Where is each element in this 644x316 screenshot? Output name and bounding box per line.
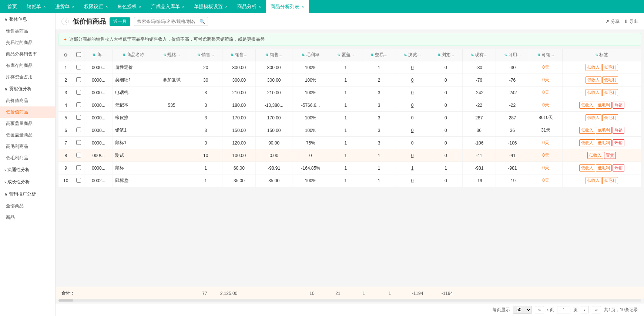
- col-stock1-header[interactable]: ⇅ 现有...: [462, 49, 496, 61]
- per-page-select[interactable]: 50 100 200: [513, 306, 532, 314]
- row-checkbox-cell[interactable]: [73, 137, 84, 149]
- search-input[interactable]: [134, 17, 208, 26]
- row-checkbox-cell[interactable]: [73, 74, 84, 86]
- row-checkbox[interactable]: [76, 128, 81, 132]
- row-browse1[interactable]: 0: [396, 149, 429, 162]
- sidebar-item-high-margin[interactable]: 高毛利商品: [0, 141, 55, 152]
- nav-purchase-order[interactable]: 进货单 ×: [51, 0, 78, 13]
- sidebar-item-sales-products[interactable]: 销售类商品: [0, 26, 55, 37]
- row-checkbox[interactable]: [76, 178, 81, 183]
- sidebar-section-circulation[interactable]: › 流通性分析: [0, 164, 55, 176]
- col-code-header[interactable]: ⇅ 商...: [84, 49, 113, 61]
- sidebar-item-stock-products[interactable]: 有库存的商品: [0, 60, 55, 71]
- sidebar-item-new-products[interactable]: 新品: [0, 212, 55, 223]
- row-browse1[interactable]: 0: [396, 137, 429, 149]
- col-sales2-header[interactable]: ⇅ 销售...: [222, 49, 256, 61]
- browse-link[interactable]: 0: [411, 153, 414, 158]
- row-browse1[interactable]: 0: [396, 112, 429, 124]
- close-icon[interactable]: ×: [43, 4, 46, 9]
- col-cover-header[interactable]: ⇅ 覆盖...: [329, 49, 362, 61]
- sidebar-item-traded-products[interactable]: 交易过的商品: [0, 37, 55, 48]
- row-browse1[interactable]: 1: [396, 162, 429, 174]
- close-icon[interactable]: ×: [139, 4, 141, 9]
- last-page-btn[interactable]: »: [592, 306, 601, 313]
- share-button[interactable]: ↗ 分享: [606, 18, 620, 25]
- browse-link[interactable]: 0: [411, 128, 414, 133]
- close-icon[interactable]: ×: [72, 4, 74, 9]
- col-tags-header[interactable]: ⇅ 标签: [563, 49, 641, 61]
- close-icon[interactable]: ×: [182, 4, 184, 9]
- row-checkbox[interactable]: [76, 140, 81, 145]
- sidebar-section-marketing[interactable]: ∨ 营销推广分析: [0, 188, 55, 200]
- row-browse1[interactable]: 0: [396, 74, 429, 86]
- col-stock3-header[interactable]: ⇅ 可销...: [529, 49, 563, 61]
- nav-permission[interactable]: 权限设置 ×: [80, 0, 112, 13]
- col-checkbox[interactable]: [73, 49, 84, 61]
- browse-link[interactable]: 0: [411, 103, 414, 108]
- row-checkbox-cell[interactable]: [73, 112, 84, 124]
- row-checkbox[interactable]: [76, 90, 81, 95]
- row-checkbox-cell[interactable]: [73, 61, 84, 74]
- row-browse1[interactable]: 0: [396, 61, 429, 74]
- row-checkbox[interactable]: [76, 102, 81, 107]
- sidebar-section-overall[interactable]: ∨ 整体信息: [0, 13, 55, 26]
- select-all-checkbox[interactable]: [76, 52, 81, 57]
- row-checkbox-cell[interactable]: [73, 162, 84, 174]
- row-browse1[interactable]: 0: [396, 86, 429, 99]
- col-trade-header[interactable]: ⇅ 交易...: [362, 49, 396, 61]
- sidebar-item-category-sales[interactable]: 商品分类销售率: [0, 48, 55, 60]
- sidebar-item-low-margin[interactable]: 低毛利商品: [0, 152, 55, 164]
- browse-link[interactable]: 0: [411, 78, 414, 83]
- row-browse1[interactable]: 0: [396, 124, 429, 137]
- col-browse1-header[interactable]: ⇅ 浏览...: [396, 49, 429, 61]
- browse-link[interactable]: 0: [411, 115, 414, 120]
- col-stock2-header[interactable]: ⇅ 可用...: [496, 49, 529, 61]
- col-sales1-header[interactable]: ⇅ 销售...: [189, 49, 222, 61]
- browse-link[interactable]: 0: [411, 140, 414, 146]
- browse-link[interactable]: 0: [411, 90, 414, 95]
- nav-product-analysis[interactable]: 商品分析 ×: [233, 0, 265, 13]
- row-checkbox[interactable]: [76, 77, 81, 82]
- sidebar-item-high-cover[interactable]: 高覆盖量商品: [0, 118, 55, 129]
- row-browse1[interactable]: 0: [396, 174, 429, 187]
- row-browse1[interactable]: 0: [396, 99, 429, 112]
- close-icon[interactable]: ×: [259, 4, 261, 9]
- first-page-btn[interactable]: «: [535, 306, 544, 313]
- horizontal-scrollbar[interactable]: [58, 299, 641, 302]
- browse-link[interactable]: 1: [411, 166, 414, 171]
- col-name-header[interactable]: ⇅ 商品名称: [113, 49, 154, 61]
- row-checkbox-cell[interactable]: [73, 174, 84, 187]
- nav-product-in[interactable]: 产成品入库单 ×: [147, 0, 189, 13]
- row-checkbox[interactable]: [76, 115, 81, 120]
- nav-template[interactable]: 单据模板设置 ×: [189, 0, 232, 13]
- sidebar-item-low-value[interactable]: 低价值商品: [0, 106, 55, 118]
- sidebar-item-all-products[interactable]: 全部商品: [0, 200, 55, 212]
- col-settings[interactable]: ⚙: [58, 49, 73, 61]
- browse-link[interactable]: 0: [411, 178, 414, 183]
- next-page-btn[interactable]: ›: [581, 306, 589, 313]
- close-icon[interactable]: ×: [225, 4, 227, 9]
- sidebar-item-low-cover[interactable]: 低覆盖量商品: [0, 129, 55, 141]
- nav-role-auth[interactable]: 角色授权 ×: [113, 0, 145, 13]
- export-button[interactable]: ⬇ 导出: [624, 18, 638, 25]
- col-spec-header[interactable]: ⇅ 规格...: [154, 49, 189, 61]
- col-sales3-header[interactable]: ⇅ 销售...: [256, 49, 292, 61]
- row-checkbox[interactable]: [76, 65, 81, 69]
- time-filter-button[interactable]: 近一月: [110, 17, 130, 26]
- sidebar-item-high-value[interactable]: 高价值商品: [0, 95, 55, 106]
- row-checkbox-cell[interactable]: [73, 124, 84, 137]
- row-checkbox[interactable]: [76, 165, 81, 170]
- sidebar-section-growth[interactable]: › 成长性分析: [0, 176, 55, 188]
- nav-home[interactable]: 首页: [3, 0, 21, 13]
- nav-sales-order[interactable]: 销货单 ×: [22, 0, 50, 13]
- col-gross-header[interactable]: ⇅ 毛利率: [292, 49, 329, 61]
- search-icon[interactable]: 🔍: [199, 19, 205, 24]
- row-checkbox-cell[interactable]: [73, 99, 84, 112]
- nav-product-analysis-list[interactable]: 商品分析列表 ×: [266, 0, 308, 13]
- row-checkbox-cell[interactable]: [73, 86, 84, 99]
- page-input[interactable]: [557, 306, 570, 313]
- row-checkbox-cell[interactable]: [73, 149, 84, 162]
- scrollbar-thumb[interactable]: [58, 299, 73, 302]
- row-checkbox[interactable]: [76, 153, 81, 157]
- close-icon[interactable]: ×: [105, 4, 108, 9]
